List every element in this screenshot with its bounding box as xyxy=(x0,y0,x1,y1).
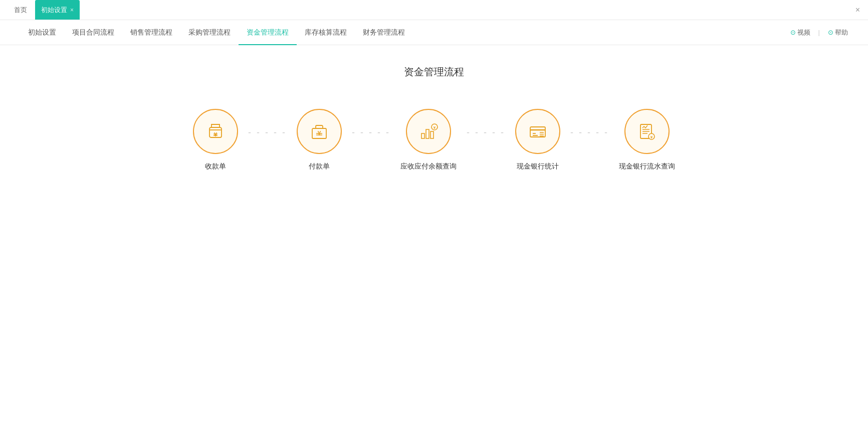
connector-4: - - - - - xyxy=(560,127,619,138)
active-tab[interactable]: 初始设置 × xyxy=(35,0,80,20)
receipt-icon-circle: ¥ xyxy=(193,109,238,154)
help-label: 帮助 xyxy=(835,28,848,37)
home-tab-label: 首页 xyxy=(14,6,27,15)
receipt-label: 收款单 xyxy=(205,162,226,171)
cash-bank-flow-label: 现金银行流水查询 xyxy=(619,162,675,171)
svg-text:¥: ¥ xyxy=(650,135,653,139)
nav-item-sales-mgmt-label: 销售管理流程 xyxy=(130,28,172,37)
ar-ap-label: 应收应付余额查询 xyxy=(400,162,457,171)
dots-icon-2: - - - - - xyxy=(352,127,390,138)
nav-bar: 初始设置 项目合同流程 销售管理流程 采购管理流程 资金管理流程 库存核算流程 … xyxy=(0,20,868,45)
dots-icon-3: - - - - - xyxy=(467,127,505,138)
cash-bank-svg-icon xyxy=(527,120,549,142)
main-content: 资金管理流程 ¥ 收款单 - - - - - xyxy=(0,45,868,444)
window-close-button[interactable]: × xyxy=(855,6,860,15)
connector-2: - - - - - xyxy=(342,127,400,138)
nav-item-capital-mgmt[interactable]: 资金管理流程 xyxy=(239,20,297,45)
help-icon: ⊙ xyxy=(828,29,833,36)
divider: | xyxy=(818,29,820,36)
payment-icon-circle: ¥ xyxy=(297,109,342,154)
nav-item-initial-setup[interactable]: 初始设置 xyxy=(20,20,64,45)
flow-container: ¥ 收款单 - - - - - ¥ 付款单 - - xyxy=(10,109,858,171)
home-tab[interactable]: 首页 xyxy=(8,0,33,20)
dots-icon-4: - - - - - xyxy=(570,127,609,138)
page-title: 资金管理流程 xyxy=(10,65,858,79)
help-link[interactable]: ⊙ 帮助 xyxy=(828,28,848,37)
ar-ap-icon-circle: ¥ xyxy=(406,109,451,154)
nav-item-finance-mgmt-label: 财务管理流程 xyxy=(363,28,405,37)
nav-item-project-contract-label: 项目合同流程 xyxy=(72,28,114,37)
flow-item-receipt[interactable]: ¥ 收款单 xyxy=(193,109,238,171)
video-link[interactable]: ⊙ 视频 xyxy=(790,28,810,37)
payment-svg-icon: ¥ xyxy=(308,120,330,142)
payment-label: 付款单 xyxy=(309,162,330,171)
ar-ap-svg-icon: ¥ xyxy=(417,120,440,142)
play-icon: ⊙ xyxy=(790,29,796,36)
flow-query-svg-icon: ¥ xyxy=(636,120,658,142)
flow-item-ar-ap-balance[interactable]: ¥ 应收应付余额查询 xyxy=(400,109,457,171)
nav-item-capital-mgmt-label: 资金管理流程 xyxy=(247,28,289,37)
flow-item-cash-bank-flow[interactable]: ¥ 现金银行流水查询 xyxy=(619,109,675,171)
nav-item-initial-setup-label: 初始设置 xyxy=(28,28,56,37)
receipt-svg-icon: ¥ xyxy=(204,120,227,142)
video-label: 视频 xyxy=(797,28,810,37)
active-tab-label: 初始设置 xyxy=(41,6,67,15)
nav-item-finance-mgmt[interactable]: 财务管理流程 xyxy=(355,20,413,45)
nav-item-purchase-mgmt-label: 采购管理流程 xyxy=(188,28,231,37)
nav-item-inventory[interactable]: 库存核算流程 xyxy=(297,20,355,45)
nav-item-purchase-mgmt[interactable]: 采购管理流程 xyxy=(180,20,239,45)
connector-3: - - - - - xyxy=(457,127,515,138)
nav-item-inventory-label: 库存核算流程 xyxy=(305,28,347,37)
top-bar: 首页 初始设置 × × xyxy=(0,0,868,20)
flow-item-cash-bank-stats[interactable]: 现金银行统计 xyxy=(515,109,560,171)
cash-bank-icon-circle xyxy=(515,109,560,154)
tab-close-icon[interactable]: × xyxy=(70,7,74,14)
connector-1: - - - - - xyxy=(238,127,297,138)
cash-bank-stats-label: 现金银行统计 xyxy=(517,162,559,171)
svg-rect-4 xyxy=(421,133,424,138)
dots-icon-1: - - - - - xyxy=(248,127,287,138)
nav-bar-right: ⊙ 视频 | ⊙ 帮助 xyxy=(790,28,848,37)
svg-text:¥: ¥ xyxy=(433,125,436,130)
svg-text:¥: ¥ xyxy=(214,131,218,137)
flow-item-payment[interactable]: ¥ 付款单 xyxy=(297,109,342,171)
nav-item-project-contract[interactable]: 项目合同流程 xyxy=(64,20,122,45)
svg-rect-5 xyxy=(426,129,429,138)
flow-query-icon-circle: ¥ xyxy=(624,109,670,154)
top-bar-right: × xyxy=(855,6,860,15)
svg-rect-6 xyxy=(430,131,433,138)
nav-item-sales-mgmt[interactable]: 销售管理流程 xyxy=(122,20,180,45)
